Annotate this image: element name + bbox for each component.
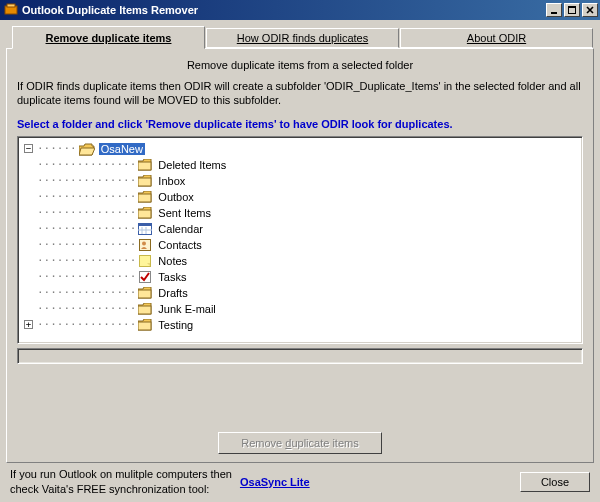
tree-connector: ······	[37, 142, 77, 155]
tree-item[interactable]: ···············Tasks	[24, 269, 576, 285]
tree-item[interactable]: ···············Sent Items	[24, 205, 576, 221]
folder-icon	[138, 319, 152, 331]
app-icon	[4, 3, 18, 17]
tree-item-label: Calendar	[158, 223, 203, 235]
tree-connector: ···············	[37, 158, 136, 171]
folder-icon	[138, 191, 152, 203]
tree-connector: ···············	[37, 222, 136, 235]
svg-point-21	[142, 241, 146, 245]
tree-connector: ···············	[37, 318, 136, 331]
svg-rect-28	[138, 306, 151, 314]
tree-item-label: Contacts	[158, 239, 201, 251]
svg-marker-6	[79, 148, 95, 155]
tree-connector: ···············	[37, 302, 136, 315]
main-panel: Remove duplicate items from a selected f…	[6, 48, 594, 463]
folder-tree[interactable]: −······OsaNew···············Deleted Item…	[17, 136, 583, 344]
folder-icon	[138, 175, 152, 187]
panel-explain: If ODIR finds duplicate items then ODIR …	[17, 79, 583, 108]
tab-label: Remove duplicate items	[46, 32, 172, 44]
tab-strip: Remove duplicate items How ODIR finds du…	[12, 26, 594, 48]
svg-rect-4	[568, 6, 576, 8]
titlebar: Outlook Duplicate Items Remover	[0, 0, 600, 20]
svg-rect-30	[138, 322, 151, 330]
tree-spacer	[24, 240, 33, 249]
tab-how-odir-finds[interactable]: How ODIR finds duplicates	[206, 28, 399, 48]
tree-item-label: Outbox	[158, 191, 193, 203]
collapse-icon[interactable]: −	[24, 144, 33, 153]
tasks-icon	[138, 271, 152, 283]
minimize-button[interactable]	[546, 3, 562, 17]
tree-status-bar	[17, 348, 583, 364]
tree-item-label: Tasks	[158, 271, 186, 283]
tree-item[interactable]: ···············Inbox	[24, 173, 576, 189]
tree-item[interactable]: ···············Notes	[24, 253, 576, 269]
tree-item[interactable]: ···············Outbox	[24, 189, 576, 205]
maximize-button[interactable]	[564, 3, 580, 17]
svg-rect-12	[138, 194, 151, 202]
expand-icon[interactable]: +	[24, 320, 33, 329]
folder-icon	[138, 159, 152, 171]
contacts-icon	[138, 239, 152, 251]
tree-spacer	[24, 208, 33, 217]
svg-rect-1	[7, 4, 15, 7]
tree-spacer	[24, 304, 33, 313]
svg-rect-8	[138, 162, 151, 170]
tree-item[interactable]: ···············Drafts	[24, 285, 576, 301]
footer-note: If you run Outlook on mulitple computers…	[10, 467, 232, 496]
close-button[interactable]: Close	[520, 472, 590, 492]
tree-item-label: Testing	[158, 319, 193, 331]
btn-text-post: uplicate items	[291, 437, 358, 449]
svg-rect-10	[138, 178, 151, 186]
folder-icon	[138, 303, 152, 315]
tree-connector: ···············	[37, 206, 136, 219]
tab-label: How ODIR finds duplicates	[237, 32, 368, 44]
folder-open-icon	[79, 143, 93, 155]
tree-spacer	[24, 288, 33, 297]
tree-item-label: Drafts	[158, 287, 187, 299]
tree-connector: ···············	[37, 190, 136, 203]
tree-spacer	[24, 160, 33, 169]
svg-rect-26	[138, 290, 151, 298]
tree-spacer	[24, 256, 33, 265]
tree-item-label: Sent Items	[158, 207, 211, 219]
footer-line1: If you run Outlook on mulitple computers…	[10, 468, 232, 480]
window-title: Outlook Duplicate Items Remover	[22, 4, 198, 16]
tree-item[interactable]: ···············Deleted Items	[24, 157, 576, 173]
panel-instruction: Select a folder and click 'Remove duplic…	[17, 118, 583, 130]
tree-root[interactable]: −······OsaNew	[24, 141, 576, 157]
osasync-link[interactable]: OsaSync Lite	[240, 476, 310, 488]
tree-connector: ···············	[37, 270, 136, 283]
footer: If you run Outlook on mulitple computers…	[6, 463, 594, 498]
notes-icon	[138, 255, 152, 267]
panel-subtitle: Remove duplicate items from a selected f…	[17, 59, 583, 71]
tree-item[interactable]: +···············Testing	[24, 317, 576, 333]
tree-root-label: OsaNew	[99, 143, 145, 155]
tree-connector: ···············	[37, 238, 136, 251]
svg-rect-2	[551, 12, 557, 14]
tree-connector: ···············	[37, 174, 136, 187]
tab-about-odir[interactable]: About ODIR	[400, 28, 593, 48]
tab-label: About ODIR	[467, 32, 526, 44]
tree-item-label: Inbox	[158, 175, 185, 187]
client-area: Remove duplicate items How ODIR finds du…	[0, 20, 600, 502]
tree-item-label: Notes	[158, 255, 187, 267]
tree-spacer	[24, 192, 33, 201]
tree-spacer	[24, 272, 33, 281]
tree-item-label: Junk E-mail	[158, 303, 215, 315]
tree-item[interactable]: ···············Junk E-mail	[24, 301, 576, 317]
svg-rect-16	[138, 223, 152, 226]
tree-spacer	[24, 176, 33, 185]
tree-connector: ···············	[37, 254, 136, 267]
svg-rect-14	[138, 210, 151, 218]
tree-item[interactable]: ···············Calendar	[24, 221, 576, 237]
tree-connector: ···············	[37, 286, 136, 299]
folder-icon	[138, 287, 152, 299]
tree-spacer	[24, 224, 33, 233]
close-window-button[interactable]	[582, 3, 598, 17]
footer-line2: check Vaita's FREE synchronization tool:	[10, 483, 209, 495]
calendar-icon	[138, 223, 152, 235]
folder-icon	[138, 207, 152, 219]
remove-duplicates-button[interactable]: Remove duplicate items	[218, 432, 381, 454]
tree-item[interactable]: ···············Contacts	[24, 237, 576, 253]
tab-remove-duplicates[interactable]: Remove duplicate items	[12, 26, 205, 49]
